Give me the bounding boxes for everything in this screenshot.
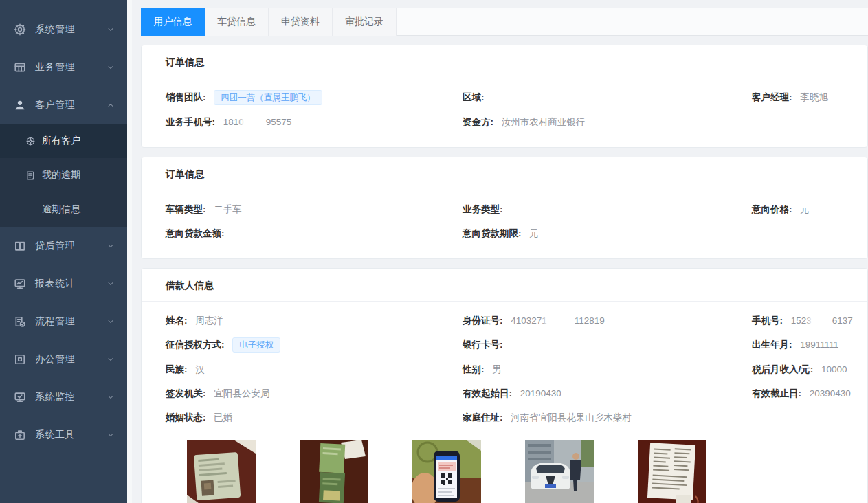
field-label: 业务类型: xyxy=(463,204,503,214)
id-card-photo[interactable] xyxy=(187,440,256,503)
chevron-up-icon xyxy=(107,101,115,109)
field-label: 业务手机号: xyxy=(166,117,215,127)
monitor-check-icon xyxy=(14,391,26,403)
field-gender: 性别: 男 xyxy=(463,362,752,377)
field-label: 银行卡号: xyxy=(463,339,503,350)
field-value: 20390430 xyxy=(810,388,851,399)
tab-car-loan-info[interactable]: 车贷信息 xyxy=(205,8,269,36)
gear-icon xyxy=(14,23,26,36)
workflow-icon xyxy=(14,315,26,328)
field-value: 李晓旭 xyxy=(800,92,828,102)
sidebar-item-my-overdue[interactable]: 我的逾期 xyxy=(0,158,127,192)
chart-monitor-icon xyxy=(14,278,26,290)
sidebar-item-customer-management[interactable]: 客户管理 xyxy=(0,86,127,124)
field-business-type: 业务类型: xyxy=(463,202,752,216)
app-root: 系统管理 业务管理 客户管理 所有客户 xyxy=(0,0,868,503)
field-intent-price: 意向价格: 元 xyxy=(752,202,867,216)
section-title: 订单信息 xyxy=(142,45,867,78)
office-icon xyxy=(14,353,26,366)
sidebar-item-business-management[interactable]: 业务管理 xyxy=(0,48,127,86)
sidebar-subitem-label: 所有客户 xyxy=(42,135,80,147)
redaction-blur xyxy=(548,315,574,326)
photo-thumbnails-row: 本人照 xyxy=(187,440,867,503)
field-bank-card: 银行卡号: xyxy=(463,337,752,353)
sidebar-item-label: 系统工具 xyxy=(35,429,107,441)
section-title: 订单信息 xyxy=(142,157,867,190)
photo-item: 本人照 xyxy=(187,440,256,503)
photo-item: 本人照 xyxy=(525,440,594,503)
scrollbar-track[interactable] xyxy=(127,0,132,503)
field-empty xyxy=(752,410,867,425)
field-value: 元 xyxy=(800,204,810,214)
sidebar-item-label: 贷后管理 xyxy=(35,240,107,252)
sidebar-item-office-management[interactable]: 办公管理 xyxy=(0,340,127,378)
chevron-down-icon xyxy=(107,393,115,401)
field-label: 意向贷款金额: xyxy=(166,228,225,238)
book-icon xyxy=(14,240,26,252)
field-value: 4103271112819 xyxy=(511,315,605,326)
field-value: 已婚 xyxy=(214,412,232,423)
field-label: 意向价格: xyxy=(752,204,792,214)
chevron-down-icon xyxy=(107,63,115,71)
field-sales-team: 销售团队: 四团一营（直属王鹏飞） xyxy=(166,90,463,105)
sidebar-item-process-management[interactable]: 流程管理 xyxy=(0,302,127,340)
order-info-card-1: 订单信息 销售团队: 四团一营（直属王鹏飞） 区域: 客户经理: 李晓旭 xyxy=(141,45,868,148)
field-ethnicity: 民族: 汉 xyxy=(166,362,463,377)
qr-authorization-photo[interactable] xyxy=(412,440,481,503)
field-empty xyxy=(752,226,867,241)
field-valid-from: 有效起始日: 20190430 xyxy=(463,386,752,401)
sidebar-item-label: 客户管理 xyxy=(35,99,107,111)
drivers-license-photo[interactable] xyxy=(300,440,368,503)
sidebar-item-system-monitoring[interactable]: 系统监控 xyxy=(0,378,127,416)
tab-user-info[interactable]: 用户信息 xyxy=(141,8,205,36)
field-label: 有效截止日: xyxy=(752,388,801,399)
field-intent-loan-amount: 意向贷款金额: xyxy=(166,226,463,241)
sidebar-item-system-tools[interactable]: 系统工具 xyxy=(0,416,127,454)
sidebar-item-all-customers[interactable]: 所有客户 xyxy=(0,124,127,158)
field-label: 销售团队: xyxy=(166,92,206,102)
chevron-down-icon xyxy=(107,317,115,326)
car-with-person-photo[interactable] xyxy=(525,440,594,503)
field-label: 家庭住址: xyxy=(463,412,503,423)
sales-team-tag[interactable]: 四团一营（直属王鹏飞） xyxy=(214,90,322,105)
sidebar-item-postloan-management[interactable]: 贷后管理 xyxy=(0,227,127,265)
chevron-down-icon xyxy=(107,280,115,288)
field-marital: 婚姻状态: 已婚 xyxy=(166,410,463,425)
sidebar-item-system-management[interactable]: 系统管理 xyxy=(0,10,127,48)
field-label: 税后月收入/元: xyxy=(752,364,813,375)
chevron-down-icon xyxy=(107,25,115,34)
handwritten-document-photo[interactable] xyxy=(638,440,706,503)
field-label: 有效起始日: xyxy=(463,388,512,399)
user-icon xyxy=(14,99,26,111)
field-issuing-authority: 签发机关: 宜阳县公安局 xyxy=(166,386,463,401)
field-income: 税后月收入/元: 10000 xyxy=(752,362,867,377)
field-label: 区域: xyxy=(463,92,485,102)
field-value: 周志洋 xyxy=(195,315,223,326)
photo-item: 征信授权 xyxy=(412,440,481,503)
field-birth: 出生年月: 19911111 xyxy=(752,337,867,353)
sidebar-item-label: 流程管理 xyxy=(35,315,107,328)
field-label: 民族: xyxy=(166,364,188,375)
sidebar-subitem-label: 我的逾期 xyxy=(42,169,80,181)
field-label: 性别: xyxy=(463,364,485,375)
chevron-down-icon xyxy=(107,355,115,364)
field-label: 意向贷款期限: xyxy=(463,228,522,238)
field-value: 元 xyxy=(529,228,539,238)
field-label: 婚姻状态: xyxy=(166,412,206,423)
tab-loan-application-docs[interactable]: 申贷资料 xyxy=(269,8,333,36)
redaction-blur xyxy=(812,315,832,326)
field-label: 车辆类型: xyxy=(166,204,206,214)
field-funder: 资金方: 汝州市农村商业银行 xyxy=(463,115,752,129)
field-value: 181095575 xyxy=(223,117,292,127)
sidebar-item-report-statistics[interactable]: 报表统计 xyxy=(0,265,127,302)
field-label: 征信授权方式: xyxy=(166,339,225,350)
field-label: 身份证号: xyxy=(463,315,503,326)
field-empty xyxy=(752,115,867,129)
field-credit-auth: 征信授权方式: 电子授权 xyxy=(166,337,463,353)
tab-approval-records[interactable]: 审批记录 xyxy=(333,8,397,36)
credit-auth-tag[interactable]: 电子授权 xyxy=(232,337,280,353)
field-business-phone: 业务手机号: 181095575 xyxy=(166,115,463,129)
field-id-number: 身份证号: 4103271112819 xyxy=(463,313,752,328)
field-value: 宜阳县公安局 xyxy=(214,388,269,399)
sidebar-item-overdue-info[interactable]: 逾期信息 xyxy=(0,192,127,227)
